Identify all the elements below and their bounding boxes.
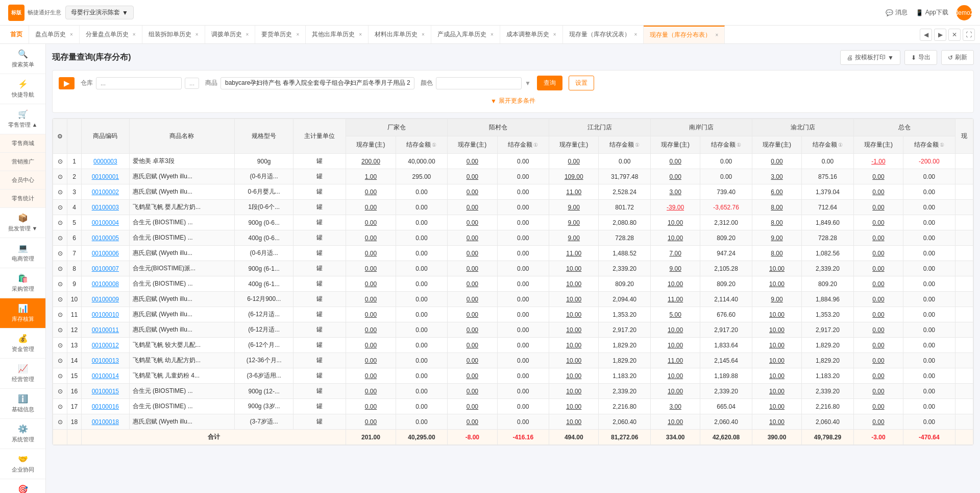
row-mc-qty[interactable]: 0.00 <box>448 292 497 307</box>
row-jb-qty[interactable]: 10.00 <box>549 414 599 430</box>
row-mc-qty[interactable]: 0.00 <box>448 368 497 384</box>
row-zc-qty[interactable]: 0.00 <box>853 276 903 292</box>
sidebar-item-retail[interactable]: 🛒 零售管理 ▲ <box>0 104 45 134</box>
row-na-qty[interactable]: 10.00 <box>650 368 700 384</box>
row-mc-qty[interactable]: 0.00 <box>448 276 497 292</box>
row-jb-qty[interactable]: 10.00 <box>549 276 599 292</box>
row-zc-qty[interactable]: 0.00 <box>853 368 903 384</box>
row-zc-qty[interactable]: 0.00 <box>853 399 903 414</box>
row-mc-qty[interactable]: 0.00 <box>448 184 497 200</box>
row-na-qty[interactable]: 3.00 <box>650 399 700 414</box>
row-yb-qty[interactable]: 8.00 <box>752 200 801 215</box>
row-cj-qty[interactable]: 0.00 <box>346 230 396 246</box>
row-settings[interactable]: ⊙ <box>53 215 67 230</box>
row-settings[interactable]: ⊙ <box>53 414 67 430</box>
row-settings[interactable]: ⊙ <box>53 276 67 292</box>
row-settings[interactable]: ⊙ <box>53 184 67 200</box>
row-code[interactable]: 00100012 <box>82 338 130 353</box>
row-code[interactable]: 00100005 <box>82 230 130 246</box>
sidebar-item-collab[interactable]: 🤝 企业协同 <box>0 449 45 479</box>
row-mc-qty[interactable]: 0.00 <box>448 154 497 169</box>
row-jb-qty[interactable]: 9.00 <box>549 200 599 215</box>
row-settings[interactable]: ⊙ <box>53 261 67 276</box>
tab-cpck[interactable]: 产成品入库单历史 × <box>431 26 500 44</box>
query-btn[interactable]: 查询 <box>537 76 562 90</box>
row-na-qty[interactable]: 10.00 <box>650 276 700 292</box>
row-cj-qty[interactable]: 0.00 <box>346 338 396 353</box>
row-na-qty[interactable]: 11.00 <box>650 292 700 307</box>
row-mc-qty[interactable]: 0.00 <box>448 169 497 184</box>
row-yb-qty[interactable]: 10.00 <box>752 353 801 368</box>
row-settings[interactable]: ⊙ <box>53 368 67 384</box>
row-cj-qty[interactable]: 0.00 <box>346 399 396 414</box>
warehouse-select-btn[interactable]: ... <box>185 78 199 89</box>
row-yb-qty[interactable]: 10.00 <box>752 307 801 322</box>
row-zc-qty[interactable]: 0.00 <box>853 338 903 353</box>
row-yb-qty[interactable]: 10.00 <box>752 399 801 414</box>
row-zc-qty[interactable]: 0.00 <box>853 169 903 184</box>
row-cj-qty[interactable]: 0.00 <box>346 215 396 230</box>
app-download-btn[interactable]: 📱 App下载 <box>916 8 948 17</box>
row-yb-qty[interactable]: 9.00 <box>752 230 801 246</box>
row-mc-qty[interactable]: 0.00 <box>448 307 497 322</box>
row-yb-qty[interactable]: 3.00 <box>752 169 801 184</box>
row-mc-qty[interactable]: 0.00 <box>448 215 497 230</box>
row-zc-qty[interactable]: 0.00 <box>853 322 903 338</box>
row-jb-qty[interactable]: 9.00 <box>549 230 599 246</box>
row-yb-qty[interactable]: 0.00 <box>752 154 801 169</box>
row-zc-qty[interactable]: 0.00 <box>853 384 903 399</box>
row-code[interactable]: 00100010 <box>82 307 130 322</box>
row-code[interactable]: 00100016 <box>82 399 130 414</box>
row-code[interactable]: 00100007 <box>82 261 130 276</box>
row-cj-qty[interactable]: 0.00 <box>346 184 396 200</box>
user-avatar[interactable]: demo2 <box>957 5 972 20</box>
row-na-qty[interactable]: 10.00 <box>650 230 700 246</box>
row-na-qty[interactable]: 9.00 <box>650 261 700 276</box>
row-jb-qty[interactable]: 10.00 <box>549 261 599 276</box>
row-jb-qty[interactable]: 10.00 <box>549 384 599 399</box>
refresh-btn[interactable]: ↺ 刷新 <box>941 50 974 65</box>
row-mc-qty[interactable]: 0.00 <box>448 384 497 399</box>
row-settings[interactable]: ⊙ <box>53 246 67 261</box>
row-cj-qty[interactable]: 1.00 <box>346 169 396 184</box>
tab-close-btn[interactable]: ✕ <box>948 29 961 41</box>
row-zc-qty[interactable]: 0.00 <box>853 414 903 430</box>
row-jb-qty[interactable]: 0.00 <box>549 154 599 169</box>
sidebar-item-system[interactable]: ⚙️ 系统管理 <box>0 419 45 449</box>
tab-next-btn[interactable]: ▶ <box>934 29 946 41</box>
color-input[interactable] <box>436 77 522 89</box>
row-cj-qty[interactable]: 0.00 <box>346 261 396 276</box>
row-jb-qty[interactable]: 9.00 <box>549 215 599 230</box>
tab-kczt[interactable]: 现存量（库存状况表） × <box>563 26 644 44</box>
tab-qtck[interactable]: 其他出库单历史 × <box>306 26 369 44</box>
row-cj-qty[interactable]: 0.00 <box>346 384 396 399</box>
row-cj-qty[interactable]: 200.00 <box>346 154 396 169</box>
row-mc-qty[interactable]: 0.00 <box>448 353 497 368</box>
row-mc-qty[interactable]: 0.00 <box>448 261 497 276</box>
print-btn[interactable]: 🖨 按模板打印 ▼ <box>840 50 900 65</box>
row-yb-qty[interactable]: 8.00 <box>752 215 801 230</box>
row-cj-qty[interactable]: 0.00 <box>346 292 396 307</box>
row-mc-qty[interactable]: 0.00 <box>448 230 497 246</box>
row-settings[interactable]: ⊙ <box>53 200 67 215</box>
sidebar-item-purchase[interactable]: 🛍️ 采购管理 <box>0 268 45 298</box>
sidebar-item-marketing[interactable]: 营销推广 <box>0 153 45 171</box>
row-zc-qty[interactable]: -1.00 <box>853 154 903 169</box>
sidebar-item-guide[interactable]: 🎯 新手引导 <box>0 479 45 493</box>
row-zc-qty[interactable]: 0.00 <box>853 307 903 322</box>
row-yb-qty[interactable]: 10.00 <box>752 276 801 292</box>
row-settings[interactable]: ⊙ <box>53 353 67 368</box>
row-cj-qty[interactable]: 0.00 <box>346 276 396 292</box>
row-cj-qty[interactable]: 0.00 <box>346 368 396 384</box>
row-yb-qty[interactable]: 10.00 <box>752 322 801 338</box>
row-zc-qty[interactable]: 0.00 <box>853 215 903 230</box>
tab-pdd[interactable]: 盘点单历史 × <box>29 26 80 44</box>
row-jb-qty[interactable]: 10.00 <box>549 338 599 353</box>
row-code[interactable]: 00100002 <box>82 184 130 200</box>
row-na-qty[interactable]: 7.00 <box>650 246 700 261</box>
row-code[interactable]: 00100006 <box>82 246 130 261</box>
row-settings[interactable]: ⊙ <box>53 384 67 399</box>
row-settings[interactable]: ⊙ <box>53 399 67 414</box>
row-zc-qty[interactable]: 0.00 <box>853 200 903 215</box>
row-na-qty[interactable]: 10.00 <box>650 322 700 338</box>
